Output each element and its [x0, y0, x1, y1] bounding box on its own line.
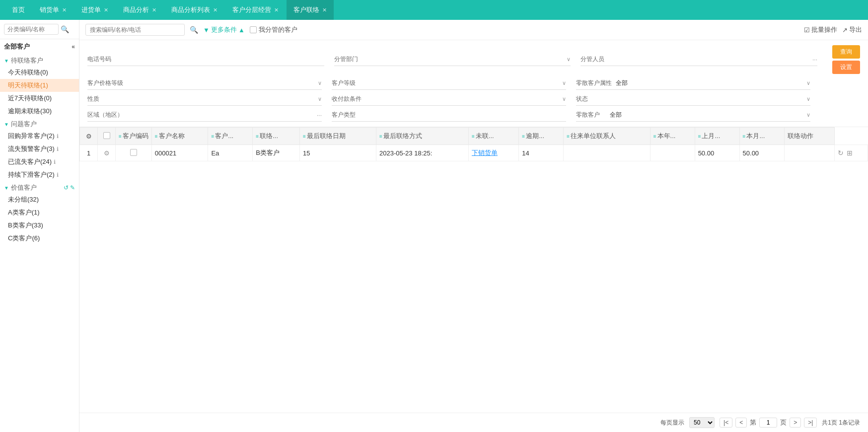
- prev-page-button[interactable]: <: [735, 418, 747, 428]
- col-header-name[interactable]: ≡客户名称: [151, 128, 208, 145]
- col-header-type[interactable]: ≡客户...: [208, 128, 253, 145]
- payment-input[interactable]: [365, 96, 558, 103]
- nav-item-商品分析[interactable]: 商品分析✕: [116, 0, 163, 20]
- info-icon[interactable]: ℹ: [54, 159, 56, 165]
- sidebar-item-2-1[interactable]: A类客户(1): [0, 206, 79, 219]
- info-icon[interactable]: ℹ: [57, 133, 59, 140]
- region-input[interactable]: [127, 112, 313, 119]
- my-customers-checkbox[interactable]: [250, 26, 257, 33]
- next-page-button[interactable]: >: [790, 418, 801, 428]
- close-icon[interactable]: ✕: [213, 7, 217, 13]
- row-checkbox[interactable]: [130, 149, 137, 156]
- sidebar-item-2-0[interactable]: 未分组(32): [0, 193, 79, 206]
- col-header-overdue[interactable]: ≡逾期...: [519, 128, 564, 145]
- col-header-actions[interactable]: 联络动作: [784, 128, 834, 145]
- sidebar-item-2-2[interactable]: B类客户(33): [0, 219, 79, 232]
- sidebar-item-1-3[interactable]: 持续下滑客户(2)ℹ: [0, 168, 79, 181]
- filter-nature: 性质 ∨: [87, 93, 322, 106]
- all-customers-header[interactable]: 全部客户 «: [0, 39, 79, 54]
- phone-input[interactable]: [121, 56, 324, 63]
- col-header-this_month[interactable]: ≡本月...: [739, 128, 784, 145]
- sidebar-item-1-0[interactable]: 回购异常客户(2)ℹ: [0, 130, 79, 143]
- customer-type-input[interactable]: [365, 112, 566, 119]
- nature-input[interactable]: [121, 96, 314, 103]
- manager-input[interactable]: [614, 56, 808, 63]
- nav-item-商品分析列表[interactable]: 商品分析列表✕: [164, 0, 224, 20]
- page-input[interactable]: [759, 418, 777, 428]
- price-level-arrow[interactable]: ∨: [318, 80, 322, 86]
- per-page-select[interactable]: 50 20 100: [689, 417, 715, 428]
- payment-arrow[interactable]: ∨: [562, 96, 566, 102]
- col-header-gear: ⚙: [80, 128, 98, 145]
- close-icon[interactable]: ✕: [322, 7, 327, 13]
- retail-attr-arrow[interactable]: ∨: [806, 80, 810, 86]
- action-grid-icon[interactable]: ⊞: [847, 149, 853, 157]
- query-button[interactable]: 查询: [832, 45, 860, 59]
- col-header-contact_count[interactable]: ≡联络...: [253, 128, 300, 145]
- customer-level-arrow[interactable]: ∨: [562, 80, 566, 86]
- nav-item-销货单[interactable]: 销货单✕: [33, 0, 73, 20]
- col-header-this_year[interactable]: ≡本年...: [650, 128, 695, 145]
- col-header-last_month[interactable]: ≡上月...: [695, 128, 739, 145]
- row-gear-icon[interactable]: ⚙: [104, 149, 110, 157]
- status-input[interactable]: [610, 96, 802, 103]
- batch-ops-button[interactable]: ☑ 批量操作: [804, 25, 837, 34]
- sidebar-search-icon[interactable]: 🔍: [61, 25, 69, 33]
- gear-col-icon[interactable]: ⚙: [86, 133, 92, 140]
- col-header-last_contact_date[interactable]: ≡最后联络日期: [299, 128, 376, 145]
- filter-dept: 分管部门 ∨: [334, 53, 571, 66]
- last-page-button[interactable]: >|: [804, 418, 817, 428]
- nav-item-客户联络[interactable]: 客户联络✕: [287, 0, 334, 20]
- close-icon[interactable]: ✕: [62, 7, 67, 13]
- sidebar-item-0-2[interactable]: 近7天待联络(0): [0, 92, 79, 105]
- search-button[interactable]: 🔍: [190, 26, 198, 34]
- sidebar-item-0-0[interactable]: 今天待联络(0): [0, 66, 79, 79]
- sidebar-item-1-1[interactable]: 流失预警客户(3)ℹ: [0, 143, 79, 155]
- nature-arrow[interactable]: ∨: [318, 96, 322, 102]
- price-level-input[interactable]: [127, 80, 314, 87]
- close-icon[interactable]: ✕: [104, 7, 108, 13]
- customer-level-input[interactable]: [365, 80, 558, 87]
- manager-more-btn[interactable]: ···: [812, 56, 817, 63]
- sidebar-item-0-3[interactable]: 逾期未联络(30): [0, 105, 79, 118]
- sidebar-item-0-1[interactable]: 明天待联络(1): [0, 79, 79, 92]
- col-header-contact_person[interactable]: ≡往来单位联系人: [564, 128, 650, 145]
- sidebar-item-1-2[interactable]: 已流失客户(24)ℹ: [0, 155, 79, 168]
- group-icon-1[interactable]: ✎: [70, 184, 75, 191]
- close-icon[interactable]: ✕: [274, 7, 279, 13]
- sidebar-group-label-1[interactable]: ▼问题客户: [0, 118, 79, 130]
- export-button[interactable]: ↗ 导出: [842, 25, 862, 34]
- my-customers-filter[interactable]: 我分管的客户: [250, 25, 297, 34]
- action-refresh-icon[interactable]: ↻: [838, 149, 844, 157]
- retail-customer-arrow[interactable]: ∨: [806, 112, 810, 118]
- row-last-contact-method: 下销货单: [469, 145, 519, 161]
- nav-item-首页[interactable]: 首页: [5, 0, 32, 20]
- info-icon[interactable]: ℹ: [57, 172, 59, 178]
- region-more-btn[interactable]: ···: [317, 112, 322, 119]
- first-page-button[interactable]: |<: [720, 418, 732, 428]
- info-icon[interactable]: ℹ: [57, 146, 59, 152]
- my-customers-label: 我分管的客户: [259, 25, 297, 34]
- dept-input[interactable]: [368, 56, 563, 63]
- phone-label: 电话号码: [87, 55, 117, 64]
- dept-dropdown-arrow[interactable]: ∨: [567, 56, 571, 63]
- col-header-last_contact_method[interactable]: ≡最后联络方式: [376, 128, 469, 145]
- sidebar-search-input[interactable]: [4, 24, 59, 35]
- contact-method-link[interactable]: 下销货单: [472, 149, 498, 156]
- sidebar-item-2-3[interactable]: C类客户(6): [0, 232, 79, 245]
- sidebar-item-label: 回购异常客户(2): [8, 132, 55, 141]
- nav-item-客户分层经营[interactable]: 客户分层经营✕: [225, 0, 286, 20]
- header-checkbox[interactable]: [103, 132, 110, 139]
- more-conditions-button[interactable]: ▼ 更多条件 ▲: [203, 25, 245, 34]
- status-arrow[interactable]: ∨: [806, 96, 810, 102]
- group-icon-0[interactable]: ↺: [64, 184, 69, 191]
- funnel-icon: ▼: [203, 26, 210, 34]
- close-icon[interactable]: ✕: [152, 7, 156, 13]
- sidebar-group-label-0[interactable]: ▼待联络客户: [0, 54, 79, 66]
- settings-button[interactable]: 设置: [832, 61, 860, 74]
- nav-item-进货单[interactable]: 进货单✕: [74, 0, 115, 20]
- col-header-code[interactable]: ≡客户编码: [116, 128, 152, 145]
- search-input[interactable]: [85, 24, 185, 36]
- sidebar-group-label-2[interactable]: ▼价值客户↺✎: [0, 181, 79, 193]
- col-header-unreached[interactable]: ≡未联...: [469, 128, 519, 145]
